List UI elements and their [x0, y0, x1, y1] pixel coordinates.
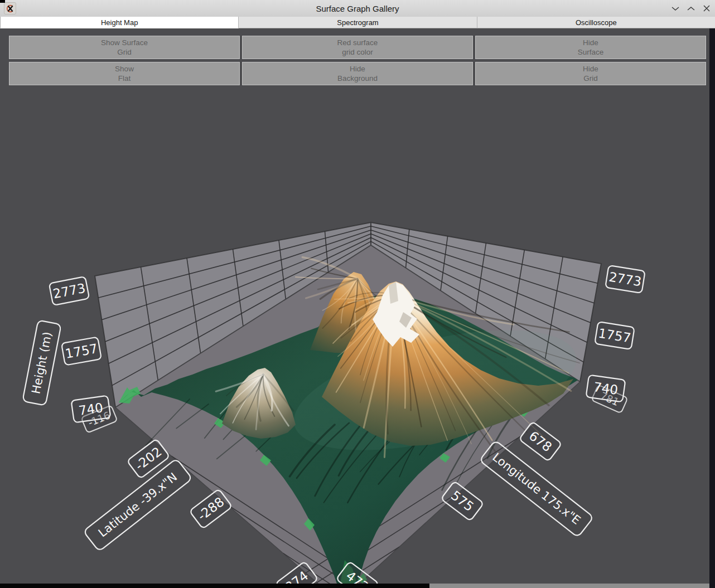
- surface-3d-svg: -116 2773 1757 740 Height (m) 781 2773 1…: [0, 0, 715, 588]
- button-label: Hide: [583, 64, 598, 74]
- x11-logo-icon: [4, 2, 16, 14]
- height-tick-740-right: 740: [586, 375, 626, 402]
- button-label: Background: [337, 74, 378, 83]
- window-title: Surface Graph Gallery: [0, 4, 715, 13]
- surface-3d-view[interactable]: -116 2773 1757 740 Height (m) 781 2773 1…: [0, 0, 715, 588]
- desktop: { "window": { "title": "Surface Graph Ga…: [0, 0, 715, 588]
- height-axis-title: Height (m): [22, 320, 61, 405]
- window-controls: [670, 0, 712, 17]
- longitude-axis-title: Longitude 175.x"E: [480, 440, 594, 537]
- tab-oscilloscope[interactable]: Oscilloscope: [477, 17, 715, 28]
- tab-bar: Height Map Spectrogram Oscilloscope: [0, 17, 715, 28]
- button-label: Hide: [583, 38, 598, 47]
- height-tick-1757-right: 1757: [595, 322, 634, 349]
- hide-background-button[interactable]: Hide Background: [242, 62, 473, 85]
- desktop-edge-right: [709, 28, 715, 588]
- button-label: Red surface: [337, 38, 378, 47]
- button-label: Surface: [578, 47, 604, 57]
- svg-text:Latitude -39.x"N: Latitude -39.x"N: [96, 470, 180, 540]
- height-tick-740-left: 740: [71, 396, 111, 423]
- hide-surface-button[interactable]: Hide Surface: [475, 36, 706, 59]
- button-label: Grid: [117, 47, 132, 57]
- tab-height-map[interactable]: Height Map: [0, 17, 239, 28]
- red-surface-grid-color-button[interactable]: Red surface grid color: [242, 36, 473, 59]
- desktop-edge-bottom-gray: [429, 584, 709, 588]
- chevron-up-icon[interactable]: [686, 3, 696, 13]
- button-label: Grid: [583, 74, 598, 83]
- close-icon[interactable]: [702, 3, 712, 13]
- button-label: Show Surface: [101, 38, 148, 47]
- hide-grid-button[interactable]: Hide Grid: [475, 62, 706, 85]
- height-tick-2773-right: 2773: [605, 265, 645, 293]
- height-tick-1757-left: 1757: [61, 337, 102, 366]
- height-tick-2773-left: 2773: [49, 276, 89, 305]
- desktop-edge-bottom: [0, 584, 429, 588]
- tab-spectrogram[interactable]: Spectrogram: [239, 17, 477, 28]
- show-surface-grid-button[interactable]: Show Surface Grid: [9, 36, 240, 59]
- button-label: grid color: [342, 47, 373, 57]
- chevron-down-icon[interactable]: [670, 3, 680, 13]
- window-titlebar[interactable]: Surface Graph Gallery: [0, 0, 715, 17]
- toolbar: Show Surface Grid Red surface grid color…: [0, 28, 715, 85]
- svg-text:Longitude 175.x"E: Longitude 175.x"E: [490, 450, 583, 527]
- button-label: Hide: [350, 64, 365, 74]
- screen-corner-notch: [0, 0, 5, 3]
- show-flat-button[interactable]: Show Flat: [9, 62, 240, 85]
- button-label: Flat: [118, 74, 131, 83]
- button-label: Show: [115, 64, 134, 74]
